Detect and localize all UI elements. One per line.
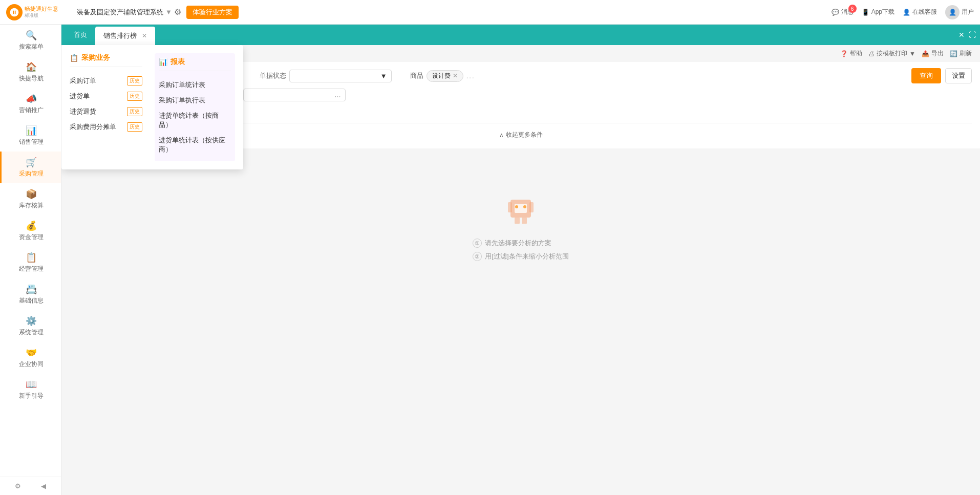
main-layout: 🔍 搜索菜单 🏠 快捷导航 📣 营销推广 📊 销售管理 🛒 采购管理 📦 [0,25,980,495]
system-title-area: 装备及固定资产辅助管理系统 ▼ ⚙ [73,7,181,17]
tab-sales-rank[interactable]: 销售排行榜 ✕ [95,27,155,45]
sidebar-label-inventory: 库存核算 [19,201,44,210]
collapse-icon: ∧ [499,132,504,139]
tab-close-all-icon[interactable]: ✕ [958,31,965,39]
tab-bar-right: ✕ ⛶ [958,31,976,39]
sidebar-item-guide[interactable]: 📖 新手引导 [0,374,61,405]
history-badge-3[interactable]: 历史 [127,122,142,132]
svg-point-6 [515,205,518,208]
logo-text: 畅捷通好生意 [25,5,58,12]
tab-maximize-icon[interactable]: ⛶ [969,31,976,39]
service-icon: 👤 [903,9,910,16]
sidebar-label-quicknav: 快捷导航 [19,74,44,83]
empty-step2-text: 用[过滤]条件来缩小分析范围 [485,252,568,261]
history-badge-2[interactable]: 历史 [127,107,142,116]
dropdown-item-order-exec[interactable]: 采购订单执行表 [159,93,231,108]
refresh-btn[interactable]: 🔄 刷新 [950,49,972,58]
sidebar-item-enterprise[interactable]: 🤝 企业协同 [0,342,61,374]
dropdown-item-goods-receipt[interactable]: 进货单 历史 [70,89,142,104]
sidebar-item-inventory[interactable]: 📦 库存核算 [0,183,61,215]
system-icon: ⚙️ [26,315,37,327]
user-avatar: 👤 [945,5,960,19]
template-print-btn[interactable]: 🖨 按模板打印 ▼ [868,49,915,58]
order-status-select[interactable]: ▼ [289,70,392,82]
logo-text-area: 畅捷通好生意 标准版 [25,5,58,19]
finance-icon: 💰 [26,220,37,231]
gear-icon[interactable]: ⚙ [174,7,181,17]
history-badge-1[interactable]: 历史 [127,92,142,101]
goods-dots-btn[interactable]: ... [466,72,475,80]
sidebar-item-system[interactable]: ⚙️ 系统管理 [0,310,61,342]
refresh-icon: 🔄 [950,50,957,57]
goods-tag-close[interactable]: ✕ [453,72,458,79]
logo-badge: 标准版 [25,12,58,19]
template-print-label: 按模板打印 [877,49,907,58]
report-title: 📊 报表 [159,57,231,71]
goods-tag-text: 设计费 [432,72,451,80]
sidebar-item-operation[interactable]: 📋 经营管理 [0,247,61,278]
content-area: 首页 销售排行榜 ✕ ✕ ⛶ 📋 采购业务 [61,25,980,495]
online-service-btn[interactable]: 👤 在线客服 [903,8,937,16]
dropdown-item-receipt-by-goods[interactable]: 进货单统计表（按商品） [159,108,231,133]
help-btn[interactable]: ❓ 帮助 [840,49,862,58]
dropdown-item-purchase-expense[interactable]: 采购费用分摊单 历史 [70,119,142,135]
user-area[interactable]: 👤 用户 [945,5,974,19]
history-badge-0[interactable]: 历史 [127,76,142,85]
dropdown-item-goods-return[interactable]: 进货退货 历史 [70,104,142,119]
sidebar-item-marketing[interactable]: 📣 营销推广 [0,88,61,120]
dropdown-item-order-stats[interactable]: 采购订单统计表 [159,77,231,93]
purchase-icon: 🛒 [26,157,37,168]
operation-icon: 📋 [26,252,37,263]
print-icon: 🖨 [868,50,875,57]
export-btn[interactable]: 📤 导出 [922,49,944,58]
print-dropdown-arrow[interactable]: ▼ [909,50,915,57]
report-icon: 📊 [159,58,167,66]
sidebar-label-purchase: 采购管理 [19,169,44,178]
top-bar-actions: 💬 消息 6 📱 App下载 👤 在线客服 👤 用户 [832,5,974,19]
sales-icon: 📊 [26,125,37,136]
enterprise-icon: 🤝 [26,347,37,358]
home-icon: 🏠 [26,61,37,73]
message-btn[interactable]: 💬 消息 6 [832,8,854,16]
app-download-label: App下载 [871,8,894,16]
online-service-label: 在线客服 [912,8,937,16]
purchase-business-icon: 📋 [70,54,78,62]
system-title: 装备及固定资产辅助管理系统 [77,8,163,17]
query-btn[interactable]: 查询 [911,68,941,83]
purchase-business-title: 📋 采购业务 [70,53,142,67]
sidebar-item-basic[interactable]: 📇 基础信息 [0,278,61,310]
sidebar-item-search[interactable]: 🔍 搜索菜单 [0,25,61,56]
goods-label: 商品 [410,71,423,80]
app-download-btn[interactable]: 📱 App下载 [862,8,894,16]
sidebar-label-finance: 资金管理 [19,233,44,242]
sidebar-item-finance[interactable]: 💰 资金管理 [0,215,61,247]
sidebar-item-sales[interactable]: 📊 销售管理 [0,120,61,152]
svg-rect-3 [529,202,534,212]
basic-icon: 📇 [26,284,37,295]
tab-close-icon[interactable]: ✕ [142,32,147,39]
sidebar-item-quicknav[interactable]: 🏠 快捷导航 [0,56,61,88]
setting-btn[interactable]: 设置 [945,68,972,83]
tab-home[interactable]: 首页 [66,25,95,45]
svg-rect-5 [522,218,527,224]
sidebar-settings-icon[interactable]: ⚙ [15,482,21,490]
dropdown-item-receipt-by-supplier[interactable]: 进货单统计表（按供应商） [159,133,231,157]
tab-sales-rank-label: 销售排行榜 [103,31,137,40]
empty-steps: ① 请先选择要分析的方案 ② 用[过滤]条件来缩小分析范围 [473,239,568,261]
title-dropdown-arrow[interactable]: ▼ [165,8,172,16]
refresh-label: 刷新 [960,49,972,58]
industry-btn[interactable]: 体验行业方案 [186,6,239,19]
sidebar-label-sales: 销售管理 [19,138,44,146]
message-icon: 💬 [832,9,839,16]
empty-state: ① 请先选择要分析的方案 ② 用[过滤]条件来缩小分析范围 [61,148,980,302]
app-container: 畅捷通好生意 标准版 装备及固定资产辅助管理系统 ▼ ⚙ 体验行业方案 💬 消息… [0,0,980,495]
sidebar-label-system: 系统管理 [19,328,44,337]
sidebar-collapse-icon[interactable]: ◀ [41,482,46,490]
sidebar-label-search: 搜索菜单 [19,42,44,51]
message-badge: 6 [848,5,857,13]
dropdown-item-purchase-order[interactable]: 采购订单 历史 [70,73,142,89]
salesperson-select[interactable]: … [243,89,346,101]
export-icon: 📤 [922,50,929,57]
purchase-business-col: 📋 采购业务 采购订单 历史 进货单 历史 进货退货 历史 [70,53,142,161]
sidebar-item-purchase[interactable]: 🛒 采购管理 [0,152,61,183]
